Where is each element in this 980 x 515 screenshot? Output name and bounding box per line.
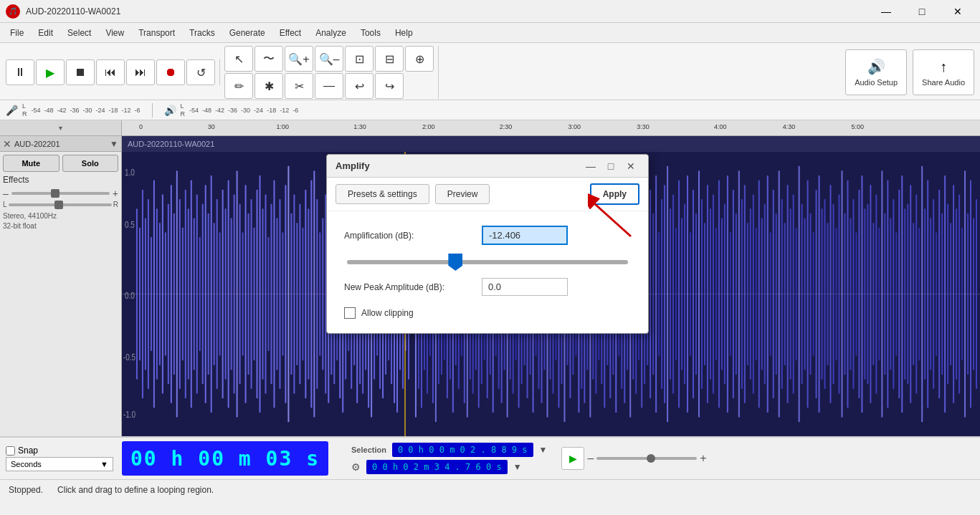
svg-rect-45: [242, 232, 244, 355]
amp-slider[interactable]: [347, 260, 628, 264]
peak-input[interactable]: [482, 278, 568, 296]
svg-text:0.5: 0.5: [125, 218, 135, 229]
ruler-mark-330: 3:30: [637, 123, 650, 130]
multi-tool[interactable]: ✱: [254, 73, 283, 99]
output-lr-label: L R: [181, 102, 186, 118]
svg-rect-238: [799, 166, 800, 422]
playback-play-button[interactable]: ▶: [561, 447, 584, 470]
svg-rect-281: [921, 166, 923, 422]
sel-time1-dropdown[interactable]: ▼: [539, 445, 548, 455]
svg-rect-33: [208, 213, 209, 375]
settings-icon[interactable]: ⚙: [351, 461, 361, 473]
menu-select[interactable]: Select: [60, 25, 98, 41]
loop-button[interactable]: ↺: [186, 59, 215, 85]
minimize-button[interactable]: —: [870, 0, 903, 23]
volume-plus[interactable]: +: [113, 188, 118, 199]
output-vu: 🔊 L R -54 -48 -42 -36 -30 -24 -18 -12 -6: [164, 100, 299, 120]
apply-button[interactable]: Apply: [590, 183, 639, 205]
preview-button[interactable]: Preview: [435, 184, 490, 204]
menu-generate[interactable]: Generate: [222, 25, 272, 41]
amplification-input[interactable]: [482, 226, 568, 245]
ruler-mark-30: 30: [208, 123, 215, 130]
trim-button[interactable]: ✂: [285, 73, 313, 99]
svg-rect-271: [893, 199, 894, 389]
maximize-button[interactable]: □: [905, 0, 938, 23]
close-track-button[interactable]: ✕: [3, 138, 11, 150]
status-bar: Stopped. Click and drag to define a loop…: [0, 479, 980, 499]
fit-project[interactable]: ⊟: [375, 46, 404, 72]
play-button[interactable]: ▶: [36, 59, 65, 85]
menu-view[interactable]: View: [98, 25, 131, 41]
zoom-in-button[interactable]: 🔍+: [285, 46, 313, 72]
snap-label[interactable]: Snap: [18, 446, 38, 456]
svg-rect-28: [194, 218, 195, 370]
pan-slider[interactable]: [9, 203, 112, 206]
cursor-tool[interactable]: ↖: [224, 46, 253, 72]
stop-button[interactable]: ⏹: [66, 59, 95, 85]
amp-slider-row: [344, 256, 631, 266]
menu-help[interactable]: Help: [388, 25, 420, 41]
zoom-toggle[interactable]: ⊕: [405, 46, 434, 72]
svg-rect-264: [872, 223, 874, 365]
undo-button[interactable]: ↩: [345, 73, 374, 99]
presets-settings-button[interactable]: Presets & settings: [336, 184, 429, 204]
silence-button[interactable]: —: [315, 73, 343, 99]
allow-clipping-checkbox[interactable]: [344, 307, 356, 319]
svg-rect-262: [867, 204, 868, 384]
audio-setup-label: Audio Setup: [855, 78, 898, 87]
volume-slider[interactable]: [11, 192, 110, 195]
menu-tools[interactable]: Tools: [353, 25, 388, 41]
ruler[interactable]: 0 30 1:00 1:30 2:00 2:30 3:00 3:30 4:00 …: [122, 120, 980, 135]
speed-slider[interactable]: [596, 457, 697, 460]
solo-button[interactable]: Solo: [62, 155, 119, 172]
share-audio-button[interactable]: ↑ Share Audio: [913, 49, 974, 95]
menu-transport[interactable]: Transport: [131, 25, 182, 41]
menu-file[interactable]: File: [3, 25, 31, 41]
speed-plus-icon[interactable]: +: [700, 452, 706, 465]
dialog-maximize-button[interactable]: □: [602, 158, 619, 175]
svg-rect-67: [305, 190, 306, 398]
seconds-dropdown[interactable]: Seconds ▼: [6, 457, 113, 471]
svg-rect-268: [884, 213, 885, 375]
volume-thumb[interactable]: [51, 189, 60, 198]
sel-time1-value: 0 0 h 0 0 m 0 2 . 8 8 9 s: [398, 445, 528, 455]
record-button[interactable]: ⏺: [156, 59, 185, 85]
zoom-out-button[interactable]: 🔍–: [315, 46, 343, 72]
volume-minus[interactable]: –: [3, 188, 9, 199]
speed-thumb[interactable]: [647, 454, 655, 463]
seconds-label: Seconds: [11, 460, 42, 468]
skip-forward-button[interactable]: ⏭: [126, 59, 155, 85]
close-button[interactable]: ✕: [941, 0, 974, 23]
sel-time2-dropdown[interactable]: ▼: [513, 462, 522, 472]
menu-tracks[interactable]: Tracks: [182, 25, 222, 41]
svg-rect-59: [282, 232, 283, 355]
skip-back-button[interactable]: ⏮: [96, 59, 125, 85]
time-display: 00 h 00 m 03 s: [122, 441, 328, 476]
menu-edit[interactable]: Edit: [31, 25, 60, 41]
mute-button[interactable]: Mute: [3, 155, 60, 172]
svg-rect-50: [257, 190, 258, 398]
speed-minus-icon[interactable]: –: [587, 452, 594, 465]
redo-button[interactable]: ↪: [375, 73, 404, 99]
title-left: 🎵 AUD-20220110-WA0021: [6, 4, 120, 19]
dialog-minimize-button[interactable]: —: [582, 158, 599, 175]
audio-setup-button[interactable]: 🔊 Audio Setup: [845, 49, 907, 95]
draw-tool[interactable]: ✏: [224, 73, 253, 99]
fit-selection[interactable]: ⊡: [345, 46, 374, 72]
svg-text:-1.0: -1.0: [123, 408, 136, 419]
menu-effect[interactable]: Effect: [272, 25, 308, 41]
svg-rect-280: [918, 228, 920, 360]
snap-checkbox[interactable]: [6, 446, 15, 456]
dialog-close-button[interactable]: ✕: [622, 158, 639, 175]
ruler-mark-230: 2:30: [500, 123, 513, 130]
envelope-tool[interactable]: 〜: [254, 46, 283, 72]
svg-rect-246: [822, 208, 823, 379]
menu-analyze[interactable]: Analyze: [308, 25, 353, 41]
pan-thumb[interactable]: [54, 201, 63, 209]
collapse-track-button[interactable]: ▼: [110, 139, 118, 149]
svg-rect-244: [816, 190, 817, 398]
track-info-line2: 32-bit float: [3, 221, 118, 231]
pause-button[interactable]: ⏸: [6, 59, 34, 85]
svg-rect-237: [796, 228, 797, 360]
svg-rect-218: [741, 199, 743, 389]
